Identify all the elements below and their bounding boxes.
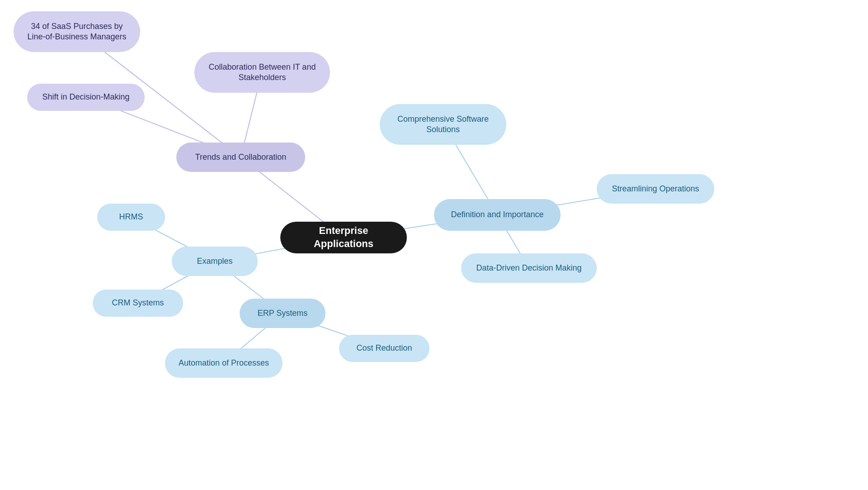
saas-purchases-node[interactable]: 34 of SaaS Purchases by Line-of-Business… [14, 11, 140, 52]
data-driven-node[interactable]: Data-Driven Decision Making [461, 253, 597, 283]
center-node[interactable]: Enterprise Applications [280, 222, 407, 253]
comprehensive-sw-node[interactable]: Comprehensive Software Solutions [380, 104, 506, 145]
trends-collab-node[interactable]: Trends and Collaboration [176, 143, 305, 172]
streamlining-ops-node[interactable]: Streamlining Operations [597, 174, 714, 204]
examples-node[interactable]: Examples [172, 247, 258, 276]
collab-it-node[interactable]: Collaboration Between IT and Stakeholder… [194, 52, 330, 93]
automation-node[interactable]: Automation of Processes [165, 348, 283, 378]
erp-systems-node[interactable]: ERP Systems [240, 299, 326, 328]
cost-reduction-node[interactable]: Cost Reduction [339, 335, 429, 362]
shift-decision-node[interactable]: Shift in Decision-Making [27, 84, 145, 111]
crm-systems-node[interactable]: CRM Systems [93, 290, 183, 317]
definition-importance-node[interactable]: Definition and Importance [434, 199, 561, 231]
hrms-node[interactable]: HRMS [97, 204, 165, 231]
